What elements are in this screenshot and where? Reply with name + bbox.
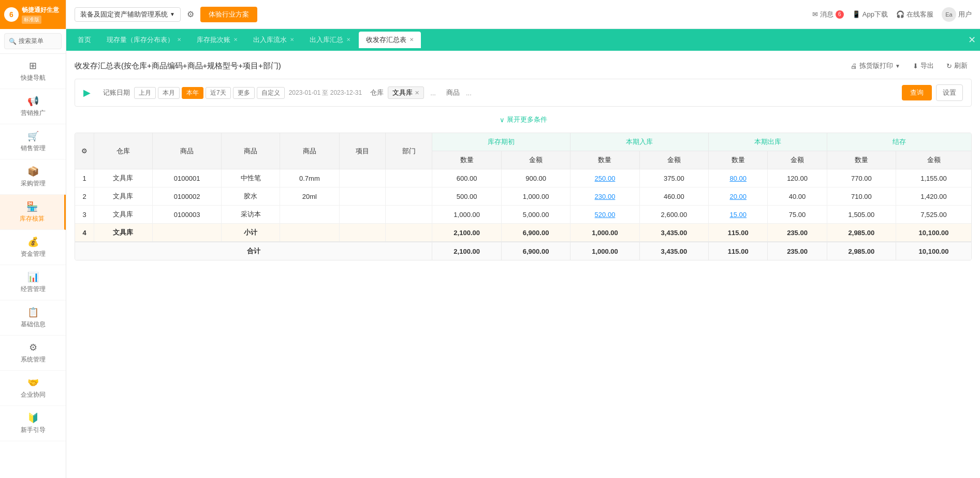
sidebar-item-collab[interactable]: 🤝 企业协同	[0, 371, 66, 406]
export-btn[interactable]: ⬇ 导出	[909, 59, 938, 73]
tab-in-out-flow[interactable]: 出入库流水 ✕	[246, 32, 301, 48]
expand-icon: ∨	[500, 116, 505, 124]
refresh-btn[interactable]: ↻ 刷新	[942, 59, 972, 73]
sidebar-item-basic-info[interactable]: 📋 基础信息	[0, 300, 66, 336]
warehouse-tag[interactable]: 文具库 ✕	[388, 86, 424, 99]
sidebar-item-purchase[interactable]: 📦 采购管理	[0, 160, 66, 195]
date-btn-this-year[interactable]: 本年	[182, 87, 203, 99]
online-support-btn[interactable]: 🎧 在线客服	[896, 10, 933, 19]
row-project	[339, 187, 386, 206]
col-project-header: 项目	[339, 133, 386, 169]
row-close-qty: 770.00	[827, 169, 896, 187]
goods-ellipsis-btn[interactable]: ...	[464, 89, 474, 97]
settings-icon[interactable]: ⚙	[187, 9, 194, 19]
row-goods-spec	[280, 206, 339, 224]
col-in-qty-header: 数量	[571, 151, 639, 169]
row-open-qty: 1,000.00	[432, 206, 501, 224]
sidebar-item-label: 基础信息	[21, 320, 46, 329]
row-dept	[386, 187, 432, 206]
top-header: 装备及固定资产辅助管理系统 ▼ ⚙ 体验行业方案 ✉ 消息 6 📱 App下载 …	[66, 0, 980, 29]
row-out-qty-link[interactable]: 15.00	[729, 211, 747, 219]
date-btn-more[interactable]: 更多	[233, 87, 255, 99]
row-goods-spec: 20ml	[280, 187, 339, 206]
sidebar-item-inventory[interactable]: 🏪 库存核算	[0, 195, 66, 230]
tab-recv-send-summary[interactable]: 收发存汇总表 ✕	[359, 32, 421, 48]
sidebar-item-operations[interactable]: 📊 经营管理	[0, 265, 66, 300]
row-goods-code: 0100003	[152, 206, 221, 224]
table-footer: 合计 2,100.00 6,900.00 1,000.00 3,435.00 1…	[75, 242, 971, 260]
tab-close-icon[interactable]: ✕	[409, 37, 414, 42]
sidebar-item-finance[interactable]: 💰 资金管理	[0, 230, 66, 265]
date-buttons: 上月 本月 本年 近7天 更多 自定义	[134, 87, 285, 99]
query-button[interactable]: 查询	[902, 85, 932, 100]
expand-arrow-icon[interactable]: ▶	[83, 87, 91, 98]
tab-close-icon[interactable]: ✕	[346, 37, 350, 42]
col-in-header: 本期入库	[571, 133, 709, 151]
operations-icon: 📊	[27, 271, 39, 283]
table-row: 1文具库0100001中性笔0.7mm600.00900.00250.00375…	[75, 169, 971, 187]
row-in-qty-link[interactable]: 520.00	[595, 211, 616, 219]
expand-arrow[interactable]: ▶	[83, 87, 91, 98]
row-in-qty[interactable]: 250.00	[571, 169, 639, 187]
tab-batch-account[interactable]: 库存批次账 ✕	[189, 32, 245, 48]
sidebar-item-quick-nav[interactable]: ⊞ 快捷导航	[0, 54, 66, 89]
col-in-amt-header: 金额	[639, 151, 708, 169]
col-goods-code-header: 商品	[152, 133, 221, 169]
row-out-qty-link[interactable]: 80.00	[729, 175, 747, 182]
date-filter-section: 记账日期 上月 本月 本年 近7天 更多 自定义 2023-01-01 至 20…	[103, 87, 362, 99]
sidebar-item-label: 快捷导航	[21, 74, 46, 82]
date-btn-last-month[interactable]: 上月	[134, 87, 156, 99]
row-goods-code: 0100001	[152, 169, 221, 187]
row-no: 4	[75, 224, 94, 242]
print-btn[interactable]: 🖨 拣货版打印 ▼	[846, 59, 904, 73]
user-btn[interactable]: Ea 用户	[942, 7, 972, 22]
sidebar-item-label: 资金管理	[21, 250, 46, 258]
tab-close-icon[interactable]: ✕	[290, 37, 294, 42]
collab-icon: 🤝	[27, 377, 39, 388]
sidebar-item-marketing[interactable]: 📢 营销推广	[0, 89, 66, 124]
experience-btn[interactable]: 体验行业方案	[200, 7, 257, 22]
col-settings-header[interactable]: ⚙	[75, 133, 94, 169]
sidebar-item-sales[interactable]: 🛒 销售管理	[0, 124, 66, 160]
row-out-qty[interactable]: 20.00	[709, 187, 768, 206]
warehouse-ellipsis-btn[interactable]: ...	[428, 89, 438, 97]
page-title: 收发存汇总表(按仓库+商品编码+商品+规格型号+项目+部门)	[75, 61, 281, 71]
row-in-qty[interactable]: 520.00	[571, 206, 639, 224]
search-menu-button[interactable]: 🔍 搜索菜单	[4, 33, 62, 49]
expand-conditions-btn[interactable]: ∨ 展开更多条件	[500, 115, 547, 124]
tab-bar-close-icon[interactable]: ✕	[968, 34, 976, 46]
sidebar-item-guide[interactable]: 🔰 新手引导	[0, 406, 66, 441]
tab-close-icon[interactable]: ✕	[233, 37, 238, 42]
col-out-header: 本期出库	[709, 133, 827, 151]
date-btn-custom[interactable]: 自定义	[257, 87, 285, 99]
avatar: Ea	[942, 7, 956, 22]
tab-home[interactable]: 首页	[70, 32, 98, 48]
date-btn-7days[interactable]: 近7天	[206, 87, 231, 99]
warehouse-label: 仓库	[370, 88, 384, 97]
row-out-qty[interactable]: 15.00	[709, 206, 768, 224]
row-in-qty-link[interactable]: 250.00	[595, 175, 616, 182]
messages-btn[interactable]: ✉ 消息 6	[812, 10, 844, 19]
row-warehouse: 文具库	[94, 169, 153, 187]
app-download-btn[interactable]: 📱 App下载	[852, 10, 888, 19]
row-out-qty-link[interactable]: 20.00	[729, 193, 747, 200]
refresh-icon: ↻	[946, 62, 952, 70]
row-in-qty-link[interactable]: 230.00	[595, 193, 616, 200]
warehouse-filter-section: 仓库 文具库 ✕ ...	[370, 86, 438, 99]
settings-button[interactable]: 设置	[936, 84, 963, 101]
system-name-label: 装备及固定资产辅助管理系统	[80, 10, 168, 19]
tab-in-out-summary[interactable]: 出入库汇总 ✕	[302, 32, 358, 48]
col-dept-header: 部门	[386, 133, 432, 169]
tab-close-icon[interactable]: ✕	[177, 37, 181, 42]
row-open-amt: 6,900.00	[501, 224, 570, 242]
row-out-qty[interactable]: 80.00	[709, 169, 768, 187]
tab-inventory-dist[interactable]: 现存量（库存分布表） ✕	[99, 32, 188, 48]
row-open-qty: 2,100.00	[432, 224, 501, 242]
system-selector[interactable]: 装备及固定资产辅助管理系统 ▼	[75, 7, 181, 22]
date-btn-this-month[interactable]: 本月	[158, 87, 180, 99]
col-close-qty-header: 数量	[827, 151, 896, 169]
row-in-qty[interactable]: 230.00	[571, 187, 639, 206]
warehouse-tag-close-icon[interactable]: ✕	[415, 90, 419, 96]
sidebar-item-system[interactable]: ⚙ 系统管理	[0, 336, 66, 371]
sidebar: 6 畅捷通好生意 标准版 🔍 搜索菜单 ⊞ 快捷导航 📢 营销推广 🛒 销售管理…	[0, 0, 66, 478]
